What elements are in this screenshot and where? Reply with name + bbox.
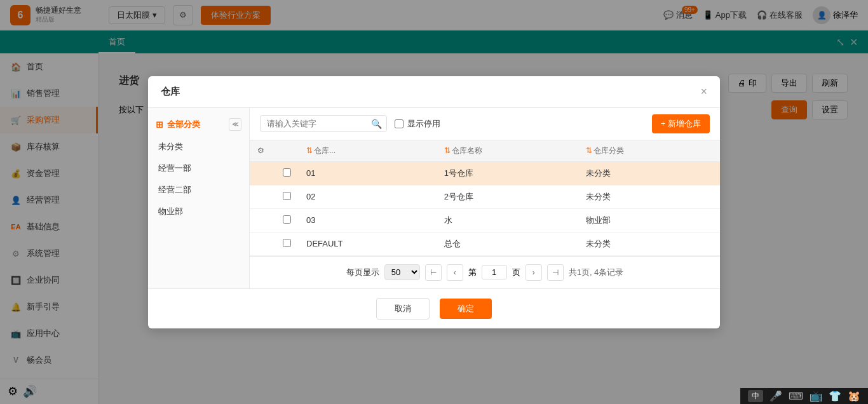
table-row[interactable]: 02 2号仓库 未分类 (250, 185, 720, 208)
row-gear (250, 161, 275, 185)
add-warehouse-button[interactable]: + 新增仓库 (652, 114, 710, 133)
row-checkbox[interactable] (283, 168, 291, 177)
page-total-info: 共1页, 4条记录 (569, 267, 624, 278)
next-page-btn[interactable]: › (526, 264, 542, 281)
prev-page-btn[interactable]: ‹ (447, 264, 463, 281)
table-row[interactable]: 03 水 物业部 (250, 208, 720, 232)
show-disabled-label: 显示停用 (407, 118, 440, 130)
row-checkbox-cell (275, 185, 299, 208)
per-page-label: 每页显示 (346, 267, 379, 278)
bottom-bar: 中 🎤 ⌨ 📺 👕 🐹 (740, 388, 868, 404)
row-checkbox-cell (275, 208, 299, 232)
table-header-row: ⚙ ⇅仓库... ⇅仓库名称 ⇅仓库分类 (250, 140, 720, 162)
grid-icon: ⊞ (156, 119, 163, 130)
show-disabled-wrap: 显示停用 (395, 118, 440, 130)
col-code: ⇅仓库... (299, 140, 437, 162)
search-input[interactable] (260, 115, 387, 132)
row-category: 未分类 (578, 232, 720, 255)
category-item-ops2[interactable]: 经营二部 (148, 179, 249, 201)
row-gear (250, 185, 275, 208)
last-page-btn[interactable]: ⊣ (547, 264, 564, 281)
category-all-label: 全部分类 (167, 119, 200, 130)
row-name: 总仓 (437, 232, 578, 255)
table-scroll-area: ⚙ ⇅仓库... ⇅仓库名称 ⇅仓库分类 (250, 140, 720, 256)
category-panel: ⊞ 全部分类 ≪ 未分类 经营一部 经营二部 物业部 (148, 108, 250, 288)
show-disabled-checkbox[interactable] (395, 119, 403, 128)
row-code: 03 (299, 208, 437, 232)
search-icon[interactable]: 🔍 (371, 119, 382, 129)
row-checkbox[interactable] (283, 215, 291, 224)
category-item-ops1[interactable]: 经营一部 (148, 158, 249, 179)
modal-body: ⊞ 全部分类 ≪ 未分类 经营一部 经营二部 物业部 🔍 (148, 108, 720, 288)
cancel-button[interactable]: 取消 (376, 298, 430, 320)
category-item-property[interactable]: 物业部 (148, 201, 249, 222)
modal-header: 仓库 × (148, 76, 720, 108)
keyboard-icon: ⌨ (789, 390, 803, 402)
row-category: 未分类 (578, 185, 720, 208)
row-category: 物业部 (578, 208, 720, 232)
hamster-icon: 🐹 (848, 390, 860, 402)
input-mode-label: 中 (748, 390, 763, 402)
table-toolbar: 🔍 显示停用 + 新增仓库 (250, 108, 720, 140)
table-row[interactable]: DEFAULT 总仓 未分类 (250, 232, 720, 255)
category-item-unclassified[interactable]: 未分类 (148, 136, 249, 158)
display-icon: 📺 (810, 390, 822, 402)
row-gear (250, 208, 275, 232)
search-wrap: 🔍 (260, 115, 387, 132)
mic-icon: 🎤 (770, 390, 782, 402)
row-category: 未分类 (578, 161, 720, 185)
row-code: 01 (299, 161, 437, 185)
page-unit: 页 (512, 267, 520, 278)
col-category: ⇅仓库分类 (578, 140, 720, 162)
shirt-icon: 👕 (829, 390, 841, 402)
pagination-bar: 每页显示 50 20 100 ⊢ ‹ 第 页 › ⊣ 共1页, 4条记录 (250, 256, 720, 288)
row-code: DEFAULT (299, 232, 437, 255)
row-name: 1号仓库 (437, 161, 578, 185)
modal-close-button[interactable]: × (700, 85, 707, 98)
modal-footer: 取消 确定 (148, 288, 720, 328)
first-page-btn[interactable]: ⊢ (425, 264, 442, 281)
collapse-button[interactable]: ≪ (229, 118, 241, 131)
sort-icon-cat: ⇅ (586, 146, 592, 155)
category-all[interactable]: ⊞ 全部分类 ≪ (148, 113, 249, 136)
row-checkbox-cell (275, 161, 299, 185)
modal-overlay: 仓库 × ⊞ 全部分类 ≪ 未分类 经营一部 经营二部 物业部 (0, 0, 868, 404)
sort-icon-name: ⇅ (444, 146, 451, 155)
row-gear (250, 232, 275, 255)
page-number-input[interactable] (482, 265, 507, 279)
table-panel: 🔍 显示停用 + 新增仓库 ⚙ (250, 108, 720, 288)
row-checkbox-cell (275, 232, 299, 255)
row-name: 2号仓库 (437, 185, 578, 208)
col-gear: ⚙ (250, 140, 275, 162)
confirm-button[interactable]: 确定 (440, 299, 492, 319)
warehouse-table: ⚙ ⇅仓库... ⇅仓库名称 ⇅仓库分类 (250, 140, 720, 256)
page-label-text: 第 (468, 267, 477, 278)
col-name: ⇅仓库名称 (437, 140, 578, 162)
table-row[interactable]: 01 1号仓库 未分类 (250, 161, 720, 185)
row-code: 02 (299, 185, 437, 208)
row-checkbox[interactable] (283, 239, 291, 247)
warehouse-modal: 仓库 × ⊞ 全部分类 ≪ 未分类 经营一部 经营二部 物业部 (148, 76, 720, 328)
sort-icon: ⇅ (306, 146, 313, 155)
row-checkbox[interactable] (283, 192, 291, 200)
row-name: 水 (437, 208, 578, 232)
per-page-select[interactable]: 50 20 100 (384, 264, 420, 280)
modal-title: 仓库 (161, 86, 180, 98)
col-checkbox (275, 140, 299, 162)
